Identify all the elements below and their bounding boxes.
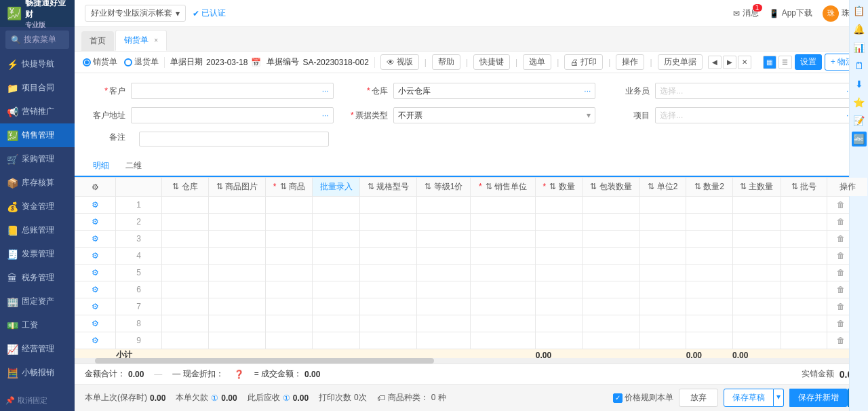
save-new-button[interactable]: 保存并新增 (789, 389, 848, 407)
cell-unit-5[interactable] (471, 265, 536, 281)
cell-qty2-3[interactable] (686, 231, 732, 248)
cell-qty2-8[interactable] (686, 315, 732, 332)
cell-unit-7[interactable] (471, 298, 536, 315)
addr-dots[interactable]: ··· (322, 111, 329, 120)
rp-icon-2[interactable]: 🔔 (852, 22, 867, 37)
save-draft-arrow[interactable]: ▾ (774, 389, 784, 407)
cell-unit-6[interactable] (471, 281, 536, 298)
cell-warehouse-8[interactable] (162, 315, 208, 332)
calendar-icon[interactable]: 📅 (251, 58, 261, 67)
sidebar-item-assets[interactable]: 🏢 固定资产 (0, 290, 75, 313)
cell-packqty-5[interactable] (583, 265, 640, 281)
rp-icon-5[interactable]: ⬇ (852, 77, 867, 92)
print-btn[interactable]: 🖨 打印 (564, 54, 603, 70)
radio-return[interactable]: 退货单 (124, 56, 159, 68)
cell-img-5[interactable] (208, 265, 266, 281)
cell-spec-6[interactable] (359, 281, 417, 298)
cell-warehouse-1[interactable] (162, 197, 208, 214)
cell-batch-3[interactable] (781, 231, 827, 248)
cell-mainqty-5[interactable] (732, 265, 781, 281)
cell-qty-6[interactable] (536, 281, 583, 298)
cell-batchimport-3[interactable] (313, 231, 360, 248)
table-row[interactable]: ⚙ 5 🗑 📋 (75, 265, 868, 281)
table-row[interactable]: ⚙ 1 🗑 📋 (75, 197, 868, 214)
cell-mainqty-2[interactable] (732, 214, 781, 231)
tab-detail[interactable]: 明细 (85, 156, 117, 177)
th-qty2[interactable]: ⇅ 数量2 (686, 178, 732, 197)
cell-unit-4[interactable] (471, 248, 536, 265)
sidebar-item-project[interactable]: 📁 项目合同 (0, 76, 75, 100)
shortcut-btn[interactable]: 快捷键 (473, 54, 510, 70)
cell-qty2-9[interactable] (686, 332, 732, 349)
cell-batch-9[interactable] (781, 332, 827, 349)
cell-settings-1[interactable]: ⚙ (75, 197, 116, 214)
row-settings-icon[interactable]: ⚙ (92, 285, 99, 294)
operate-btn[interactable]: 操作 (616, 54, 644, 70)
row-delete-icon-9[interactable]: 🗑 (835, 335, 846, 346)
table-row[interactable]: ⚙ 9 🗑 📋 (75, 332, 868, 349)
app-download-btn[interactable]: 📱 App下载 (769, 7, 812, 19)
warehouse-input[interactable]: 小云仓库 ··· (393, 83, 596, 99)
cell-spec-9[interactable] (359, 332, 417, 349)
row-settings-icon[interactable]: ⚙ (92, 336, 99, 345)
sidebar-item-expense[interactable]: 🧮 小畅报销 (0, 361, 75, 385)
cell-qty-4[interactable] (536, 248, 583, 265)
customer-dots[interactable]: ··· (322, 86, 329, 96)
cell-unit2-5[interactable] (639, 265, 686, 281)
cell-batchimport-4[interactable] (313, 248, 360, 265)
cell-img-3[interactable] (208, 231, 266, 248)
staff-input[interactable]: 选择... ··· (655, 83, 858, 99)
prev-btn[interactable]: ◀ (708, 56, 722, 69)
cell-qty2-5[interactable] (686, 265, 732, 281)
th-product-img[interactable]: ⇅ 商品图片 (208, 178, 266, 197)
row-delete-icon-7[interactable]: 🗑 (835, 301, 846, 312)
cell-unit2-1[interactable] (639, 197, 686, 214)
cell-img-1[interactable] (208, 197, 266, 214)
cell-qty-8[interactable] (536, 315, 583, 332)
cell-qty2-7[interactable] (686, 298, 732, 315)
cell-unit2-6[interactable] (639, 281, 686, 298)
th-settings[interactable]: ⚙ (75, 178, 116, 197)
tab-home[interactable]: 首页 (81, 31, 114, 51)
history-btn[interactable]: 历史单据 (658, 54, 703, 70)
help-icon[interactable]: ❓ (234, 370, 244, 379)
cell-mainqty-1[interactable] (732, 197, 781, 214)
cell-mainqty-6[interactable] (732, 281, 781, 298)
th-warehouse[interactable]: ⇅ 仓库 (162, 178, 208, 197)
sidebar-item-purchase[interactable]: 🛒 采购管理 (0, 147, 75, 171)
cell-batchimport-8[interactable] (313, 315, 360, 332)
cell-img-6[interactable] (208, 281, 266, 298)
warehouse-dots[interactable]: ··· (584, 86, 591, 96)
table-row[interactable]: ⚙ 2 🗑 📋 (75, 214, 868, 231)
table-row[interactable]: ⚙ 4 🗑 📋 (75, 248, 868, 265)
cell-product-7[interactable] (266, 298, 313, 315)
sidebar-item-salary[interactable]: 💵 工资 (0, 313, 75, 337)
rp-icon-7[interactable]: 📝 (852, 113, 867, 128)
cell-packqty-7[interactable] (583, 298, 640, 315)
cell-batch-6[interactable] (781, 281, 827, 298)
cell-packqty-9[interactable] (583, 332, 640, 349)
horizontal-scrollbar[interactable] (75, 358, 868, 364)
cell-settings-8[interactable]: ⚙ (75, 315, 116, 332)
cell-spec-2[interactable] (359, 214, 417, 231)
cell-price1-1[interactable] (417, 197, 471, 214)
cell-batch-8[interactable] (781, 315, 827, 332)
close-btn[interactable]: ✕ (738, 56, 751, 69)
cell-price1-7[interactable] (417, 298, 471, 315)
pin-sidebar[interactable]: 📌 取消固定 (0, 390, 75, 411)
cell-warehouse-5[interactable] (162, 265, 208, 281)
cell-packqty-1[interactable] (583, 197, 640, 214)
cell-price1-9[interactable] (417, 332, 471, 349)
cell-packqty-3[interactable] (583, 231, 640, 248)
row-settings-icon[interactable]: ⚙ (92, 319, 99, 328)
cell-packqty-2[interactable] (583, 214, 640, 231)
set-button[interactable]: 设置 (795, 54, 822, 70)
row-delete-icon-3[interactable]: 🗑 (835, 233, 846, 244)
cell-spec-3[interactable] (359, 231, 417, 248)
cell-warehouse-9[interactable] (162, 332, 208, 349)
sidebar-item-quicknav[interactable]: ⚡ 快捷导航 (0, 52, 75, 76)
th-pack-qty[interactable]: ⇅ 包装数量 (583, 178, 640, 197)
cell-price1-8[interactable] (417, 315, 471, 332)
cell-img-8[interactable] (208, 315, 266, 332)
cell-img-4[interactable] (208, 248, 266, 265)
